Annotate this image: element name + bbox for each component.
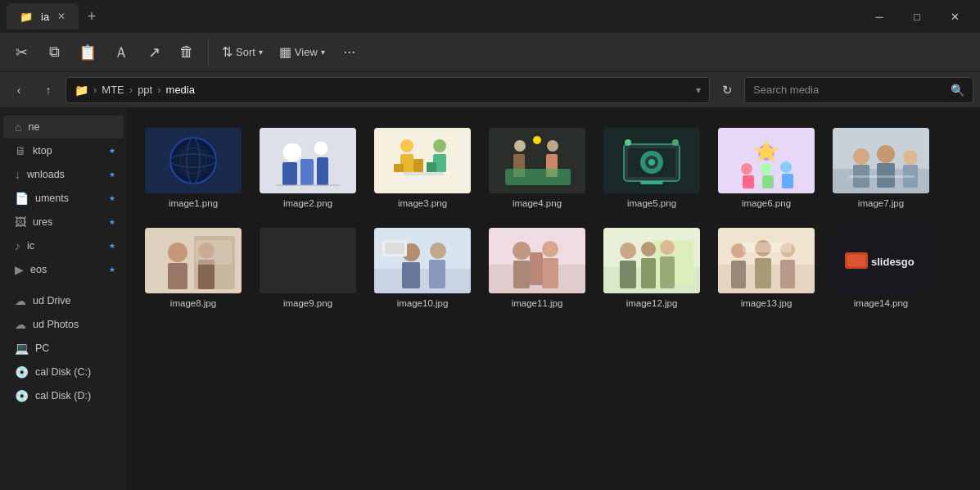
maximize-button[interactable]: □ — [898, 0, 936, 33]
breadcrumb-media[interactable]: media — [166, 84, 195, 96]
file-item[interactable]: image5.png — [598, 121, 705, 213]
sidebar-documents-label: uments — [35, 193, 69, 204]
svg-rect-11 — [317, 157, 328, 185]
svg-point-35 — [648, 159, 655, 166]
file-item[interactable]: image4.png — [484, 121, 590, 213]
share-icon: ↗ — [148, 43, 160, 61]
breadcrumb-ppt[interactable]: ppt — [138, 84, 152, 96]
main-layout: ⌂ ne 🖥 ktop ★ ↓ wnloads ★ 📄 uments ★ 🖼 u… — [0, 108, 980, 490]
file-item[interactable]: image11.jpg — [484, 221, 590, 313]
file-thumbnail — [603, 128, 700, 193]
sort-chevron-icon: ▾ — [259, 48, 263, 57]
sidebar-item-cloud-photos[interactable]: ☁ ud Photos — [3, 313, 124, 336]
cloud-photos-icon: ☁ — [15, 318, 26, 331]
pin-icon-5: ★ — [109, 242, 115, 250]
address-folder-icon: 📁 — [75, 84, 88, 97]
sort-button[interactable]: ⇅ Sort ▾ — [215, 36, 269, 69]
sidebar-home-label: ne — [28, 121, 39, 133]
paste-button[interactable]: 📋 — [72, 36, 103, 69]
file-name: image13.jpg — [741, 298, 793, 308]
svg-point-7 — [282, 143, 302, 162]
sidebar-item-downloads[interactable]: ↓ wnloads ★ — [3, 163, 124, 186]
file-item[interactable]: image2.png — [255, 121, 361, 213]
new-tab-button[interactable]: + — [79, 3, 105, 29]
copy-button[interactable]: ⧉ — [39, 36, 69, 69]
svg-point-52 — [877, 145, 895, 163]
svg-rect-70 — [429, 260, 445, 288]
sidebar-item-home[interactable]: ⌂ ne — [3, 116, 124, 138]
sidebar-item-this-pc[interactable]: 💻 PC — [3, 337, 124, 360]
svg-point-26 — [547, 140, 558, 152]
file-thumbnail — [489, 128, 585, 193]
tab-close-button[interactable]: ✕ — [57, 11, 65, 22]
file-name: image2.png — [283, 198, 332, 208]
videos-icon: ▶ — [15, 263, 24, 276]
file-item[interactable]: image3.png — [369, 121, 476, 213]
sidebar-item-videos[interactable]: ▶ eos ★ — [3, 258, 124, 281]
paste-icon: 📋 — [79, 43, 97, 61]
cut-button[interactable]: ✂ — [7, 36, 36, 69]
file-name: image4.png — [513, 198, 562, 208]
disk-d-icon: 💿 — [15, 389, 29, 402]
sidebar-item-documents[interactable]: 📄 uments ★ — [3, 187, 124, 210]
search-bar[interactable]: 🔍 — [744, 77, 973, 103]
file-item[interactable]: slidesgo image14.png — [828, 221, 934, 313]
svg-rect-21 — [403, 172, 444, 175]
file-item[interactable]: image12.jpg — [598, 221, 705, 313]
search-icon[interactable]: 🔍 — [951, 84, 964, 97]
sidebar-item-desktop[interactable]: 🖥 ktop ★ — [3, 139, 124, 162]
svg-rect-43 — [743, 175, 754, 188]
documents-icon: 📄 — [15, 192, 29, 205]
sidebar-disk-d-label: cal Disk (D:) — [35, 390, 91, 402]
sidebar-pictures-label: ures — [33, 216, 52, 228]
minimize-button[interactable]: ─ — [860, 0, 898, 33]
file-item[interactable]: image13.jpg — [713, 221, 820, 313]
breadcrumb-mte[interactable]: MTE — [102, 84, 124, 96]
delete-button[interactable]: 🗑 — [172, 36, 201, 69]
address-bar[interactable]: 📁 › MTE › ppt › media ▾ — [65, 77, 710, 103]
sidebar-this-pc-label: PC — [35, 343, 49, 354]
sidebar-item-cloud-drive[interactable]: ☁ ud Drive — [3, 289, 124, 312]
share-button[interactable]: ↗ — [139, 36, 169, 69]
active-tab[interactable]: 📁 ia ✕ — [7, 3, 79, 29]
view-button[interactable]: ▦ View ▾ — [273, 36, 332, 69]
sidebar-cloud-photos-label: ud Photos — [33, 319, 79, 330]
svg-point-77 — [542, 241, 558, 257]
sidebar-item-disk-d[interactable]: 💿 cal Disk (D:) — [3, 384, 124, 407]
delete-icon: 🗑 — [179, 43, 194, 61]
view-chevron-icon: ▾ — [321, 48, 325, 57]
refresh-button[interactable]: ↻ — [715, 78, 739, 102]
file-item[interactable]: image6.png — [713, 121, 820, 213]
back-chevron-button[interactable]: ‹ — [7, 78, 31, 102]
file-item[interactable]: image1.png — [140, 121, 246, 213]
svg-point-18 — [433, 139, 446, 152]
svg-text:slidesgo: slidesgo — [871, 256, 915, 268]
home-icon: ⌂ — [15, 120, 21, 134]
rename-button[interactable]: Ａ — [106, 36, 136, 69]
file-name: image8.jpg — [170, 298, 216, 308]
more-button[interactable]: ··· — [335, 36, 364, 69]
svg-point-8 — [314, 141, 328, 156]
svg-point-85 — [641, 242, 656, 256]
sidebar-item-pictures[interactable]: 🖼 ures ★ — [3, 211, 124, 234]
title-bar: 📁 ia ✕ + ─ □ ✕ — [0, 0, 980, 33]
address-chevron-icon[interactable]: ▾ — [696, 84, 701, 96]
file-name: image5.png — [627, 198, 676, 208]
view-label: View — [295, 46, 318, 58]
svg-rect-20 — [427, 162, 436, 172]
pin-icon-2: ★ — [109, 170, 115, 179]
svg-rect-56 — [849, 175, 915, 178]
sidebar: ⌂ ne 🖥 ktop ★ ↓ wnloads ★ 📄 uments ★ 🖼 u… — [0, 108, 127, 490]
svg-rect-16 — [394, 164, 404, 172]
sidebar-videos-label: eos — [30, 264, 47, 275]
this-pc-icon: 💻 — [15, 342, 29, 355]
file-item[interactable]: image9.png — [255, 221, 361, 313]
sidebar-item-music[interactable]: ♪ ic ★ — [3, 234, 124, 257]
sidebar-item-disk-c[interactable]: 💿 cal Disk (C:) — [3, 361, 124, 383]
close-button[interactable]: ✕ — [936, 0, 973, 33]
search-input[interactable] — [753, 84, 946, 96]
up-button[interactable]: ↑ — [36, 78, 61, 102]
file-item[interactable]: image7.jpg — [828, 121, 934, 213]
file-item[interactable]: image10.jpg — [369, 221, 476, 313]
file-item[interactable]: image8.jpg — [140, 221, 246, 313]
